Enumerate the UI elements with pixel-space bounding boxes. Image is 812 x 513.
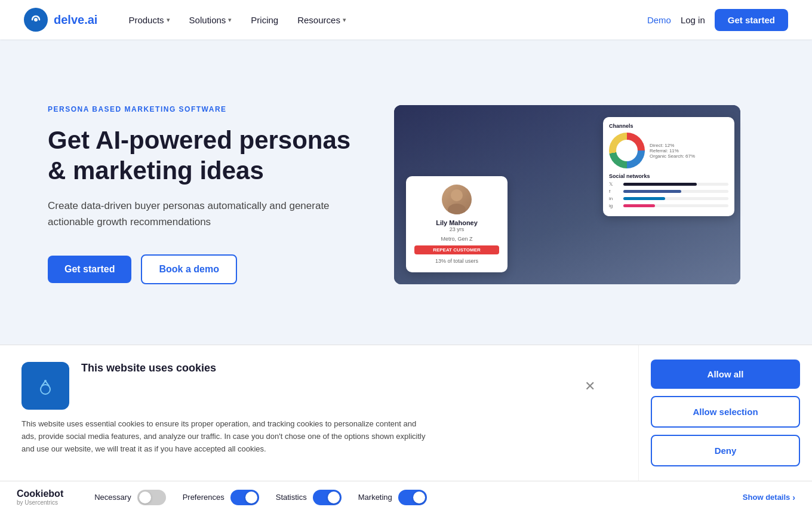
cookiebot-brand-sub: by Usercentrics [17, 499, 63, 506]
statistics-toggle[interactable] [313, 490, 342, 505]
navigation: delve.ai Products ▾ Solutions ▾ Pricing … [0, 0, 812, 39]
demo-link[interactable]: Demo [647, 15, 671, 25]
svg-point-4 [44, 380, 47, 382]
hero-right: Lily Mahoney 23 yrs Metro, Gen Z REPEAT … [394, 105, 740, 284]
nav-links: Products ▾ Solutions ▾ Pricing Resources… [121, 10, 353, 30]
hero-section: PERSONA BASED MARKETING SOFTWARE Get AI-… [0, 39, 812, 338]
persona-percent: 13% of total users [414, 258, 499, 264]
show-details-button[interactable]: Show details › [743, 493, 795, 502]
logo[interactable]: delve.ai [24, 8, 97, 32]
social-bar-ig: ig [609, 203, 728, 208]
nav-solutions[interactable]: Solutions ▾ [182, 10, 239, 30]
nav-right: Demo Log in Get started [647, 9, 788, 31]
cookie-main: This website uses cookies ✕ This website… [0, 345, 812, 481]
cookie-left: This website uses cookies ✕ This website… [0, 345, 639, 481]
chevron-down-icon: ▾ [228, 16, 232, 24]
toggle-thumb [413, 492, 425, 503]
hero-buttons: Get started Book a demo [48, 254, 358, 284]
chevron-down-icon: ▾ [343, 16, 346, 24]
toggle-thumb [139, 492, 151, 503]
cookie-footer: Cookiebot by Usercentrics Necessary Pref… [0, 481, 812, 513]
cookie-banner: This website uses cookies ✕ This website… [0, 345, 812, 513]
book-demo-button[interactable]: Book a demo [141, 254, 236, 284]
deny-button[interactable]: Deny [651, 435, 800, 466]
get-started-hero-button[interactable]: Get started [48, 256, 131, 283]
necessary-toggle[interactable] [137, 490, 166, 505]
hero-title: Get AI-powered personas & marketing idea… [48, 125, 358, 186]
toggle-necessary: Necessary [94, 490, 165, 505]
statistics-label: Statistics [276, 493, 307, 502]
persona-avatar [442, 185, 472, 214]
persona-name: Lily Mahoney [414, 219, 499, 226]
social-bar-fb: f [609, 189, 728, 194]
svg-point-2 [448, 204, 466, 214]
cookie-right: Allow all Allow selection Deny [639, 345, 812, 481]
preferences-toggle[interactable] [230, 490, 259, 505]
logo-icon [24, 8, 48, 32]
necessary-label: Necessary [94, 493, 131, 502]
cookie-body-text: This website uses essential cookies to e… [21, 418, 427, 455]
persona-badge: REPEAT CUSTOMER [414, 245, 499, 254]
svg-point-1 [451, 189, 463, 201]
toggle-preferences: Preferences [183, 490, 259, 505]
hero-tag: PERSONA BASED MARKETING SOFTWARE [48, 105, 358, 113]
nav-resources[interactable]: Resources ▾ [290, 10, 353, 30]
persona-age: 23 yrs [414, 226, 499, 232]
nav-left: delve.ai Products ▾ Solutions ▾ Pricing … [24, 8, 353, 32]
persona-location: Metro, Gen Z [414, 236, 499, 242]
hero-subtitle: Create data-driven buyer personas automa… [48, 198, 358, 230]
hero-left: PERSONA BASED MARKETING SOFTWARE Get AI-… [48, 105, 358, 284]
show-details-label: Show details [743, 493, 790, 502]
cookiebot-brand-name: Cookiebot [17, 489, 63, 499]
nav-pricing[interactable]: Pricing [244, 10, 285, 30]
svg-point-0 [34, 18, 38, 21]
chevron-down-icon: ▾ [167, 16, 170, 24]
marketing-toggle[interactable] [398, 490, 427, 505]
donut-chart [609, 133, 645, 168]
social-networks-title: Social networks [609, 173, 728, 179]
channels-card: Channels Direct: 12% Referral: 11% Organ… [603, 117, 734, 216]
login-link[interactable]: Log in [681, 15, 705, 25]
channels-title: Channels [609, 123, 728, 129]
toggle-marketing: Marketing [358, 490, 427, 505]
toggle-statistics: Statistics [276, 490, 342, 505]
cookie-title: This website uses cookies [81, 362, 617, 374]
cookiebot-logo: Cookiebot by Usercentrics [17, 489, 63, 506]
nav-products[interactable]: Products ▾ [121, 10, 177, 30]
social-bar-x: 𝕏 [609, 182, 728, 187]
close-icon[interactable]: ✕ [585, 379, 595, 394]
get-started-nav-button[interactable]: Get started [715, 9, 788, 31]
chevron-right-icon: › [792, 493, 795, 502]
preferences-label: Preferences [183, 493, 224, 502]
toggle-thumb [245, 492, 257, 503]
cookie-brand-icon [21, 362, 69, 410]
toggle-thumb [328, 492, 340, 503]
allow-selection-button[interactable]: Allow selection [651, 396, 800, 428]
cookie-footer-controls: Necessary Preferences Statisti [82, 490, 795, 505]
logo-text: delve.ai [54, 13, 97, 27]
marketing-label: Marketing [358, 493, 392, 502]
allow-all-button[interactable]: Allow all [651, 360, 800, 389]
social-bar-li: in [609, 196, 728, 201]
persona-card: Lily Mahoney 23 yrs Metro, Gen Z REPEAT … [406, 176, 508, 272]
cookie-overlay: This website uses cookies ✕ This website… [0, 345, 812, 513]
